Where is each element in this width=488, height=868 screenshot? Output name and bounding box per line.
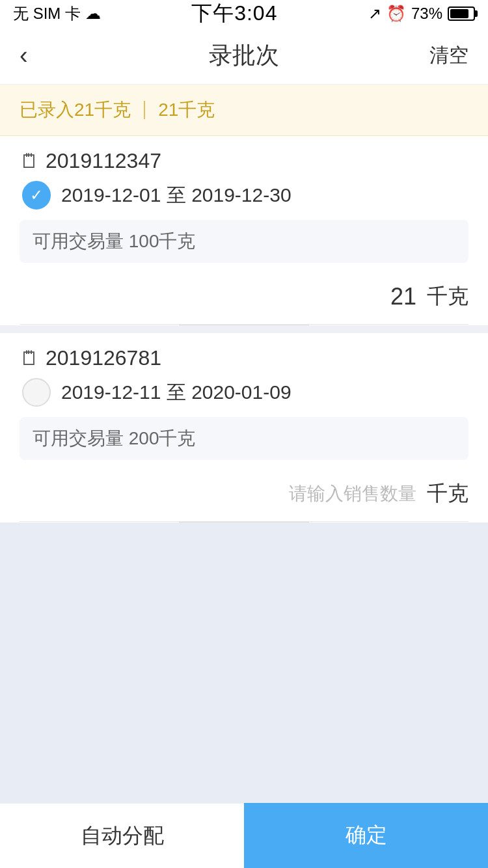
footer: 自动分配 确定 — [0, 803, 488, 868]
batch-date-1: 2019-12-01 至 2019-12-30 — [61, 182, 291, 209]
auto-distribute-button[interactable]: 自动分配 — [0, 803, 244, 868]
quantity-row-2: 请输入销售数量 千克 — [20, 470, 468, 522]
page-title: 录批次 — [209, 40, 279, 72]
batch-item-1: 🗒 2019112347 ✓ 2019-12-01 至 2019-12-30 可… — [0, 136, 488, 325]
recorded-value: 21千克 — [158, 98, 215, 122]
batch-id-1: 2019112347 — [46, 149, 161, 173]
quantity-row-1: 21 千克 — [20, 273, 468, 325]
batch-date-row-1: ✓ 2019-12-01 至 2019-12-30 — [20, 181, 468, 210]
batch-header-2: 🗒 2019126781 — [20, 346, 468, 370]
alarm-icon: ⏰ — [386, 5, 406, 23]
check-icon-1: ✓ — [30, 186, 43, 204]
radio-1[interactable]: ✓ — [22, 181, 51, 210]
status-right: ↗ ⏰ 73% — [368, 5, 475, 23]
batch-date-2: 2019-12-11 至 2020-01-09 — [61, 379, 291, 406]
batch-header-1: 🗒 2019112347 — [20, 149, 468, 173]
battery-text: 73% — [411, 5, 442, 23]
status-time: 下午3:04 — [191, 0, 277, 28]
back-button[interactable]: ‹ — [20, 42, 59, 70]
status-bar: 无 SIM 卡 ☁ 下午3:04 ↗ ⏰ 73% — [0, 0, 488, 27]
clear-button[interactable]: 清空 — [429, 42, 468, 69]
batch-icon-1: 🗒 — [20, 150, 39, 172]
info-divider — [144, 101, 145, 119]
radio-2[interactable] — [22, 378, 51, 407]
available-qty-1: 可用交易量 100千克 — [20, 220, 468, 263]
location-icon: ↗ — [368, 5, 381, 23]
batch-item-2: 🗒 2019126781 2019-12-11 至 2020-01-09 可用交… — [0, 333, 488, 522]
status-left: 无 SIM 卡 ☁ — [13, 3, 101, 24]
battery-icon — [448, 7, 475, 21]
quantity-unit-2: 千克 — [427, 480, 468, 508]
nav-bar: ‹ 录批次 清空 — [0, 27, 488, 85]
section-separator — [0, 325, 488, 333]
info-banner: 已录入21千克 21千克 — [0, 85, 488, 136]
recorded-label: 已录入21千克 — [20, 98, 131, 122]
batch-date-row-2: 2019-12-11 至 2020-01-09 — [20, 378, 468, 407]
quantity-unit-1: 千克 — [427, 282, 468, 311]
available-qty-2: 可用交易量 200千克 — [20, 417, 468, 460]
batch-icon-2: 🗒 — [20, 347, 39, 370]
batch-id-2: 2019126781 — [46, 346, 161, 370]
quantity-placeholder-2: 请输入销售数量 — [20, 481, 416, 506]
confirm-button[interactable]: 确定 — [244, 803, 488, 868]
quantity-value-1: 21 — [390, 283, 416, 310]
no-sim-text: 无 SIM 卡 ☁ — [13, 3, 101, 24]
